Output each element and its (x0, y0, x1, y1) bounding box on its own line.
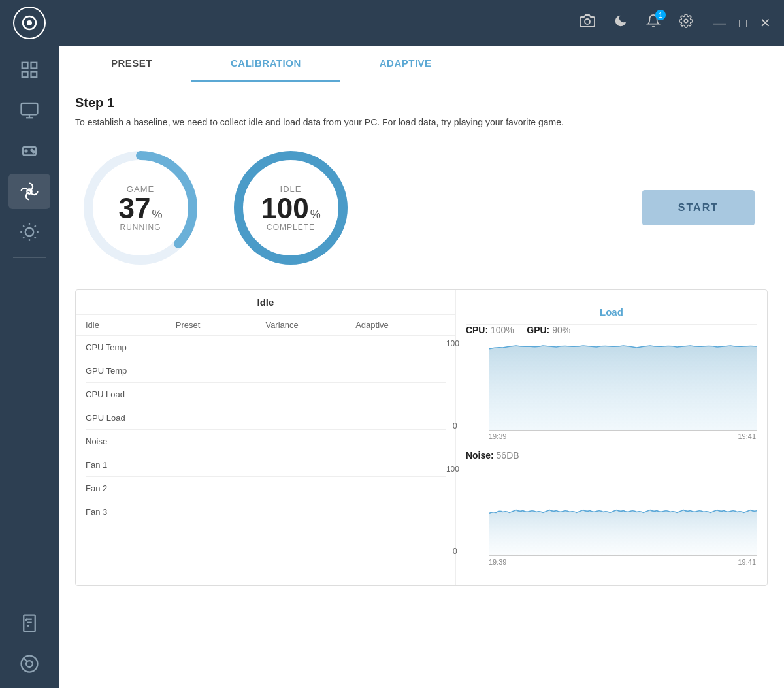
chart2-x-labels: 19:39 19:41 (466, 558, 757, 566)
sidebar-item-brightness[interactable] (8, 214, 50, 250)
svg-point-3 (684, 19, 688, 23)
row-fan3: Fan 3 (86, 500, 446, 523)
data-section: Idle Idle Preset Variance Adaptive CPU T… (75, 289, 768, 586)
svg-line-23 (23, 237, 24, 238)
title-bar: 1 — □ ✕ (0, 0, 784, 46)
svg-point-14 (33, 151, 35, 153)
noise-chart-block: Noise: 56DB 100 (466, 450, 757, 566)
row-cpu-temp: CPU Temp (86, 336, 446, 359)
title-bar-icons: 1 (580, 13, 693, 33)
content-body: Step 1 To establish a baseline, we need … (59, 82, 784, 688)
svg-point-1 (27, 20, 32, 25)
chart1-x-labels: 19:39 19:41 (466, 433, 757, 440)
col-idle: Idle (86, 320, 176, 330)
cpu-gpu-chart (489, 339, 757, 431)
chart2-y-max: 100 (446, 465, 459, 474)
row-gpu-load: GPU Load (86, 406, 446, 430)
gear-icon[interactable] (679, 14, 693, 32)
data-rows: CPU Temp GPU Temp CPU Load GPU Load Nois… (76, 336, 455, 523)
start-button[interactable]: START (642, 190, 755, 225)
data-section-inner: Idle Idle Preset Variance Adaptive CPU T… (76, 290, 767, 585)
cpu-gpu-chart-block: CPU: 100% GPU: 90% 100 (466, 325, 757, 440)
game-circle-status: RUNNING (119, 223, 163, 232)
chart2-y-min: 0 (453, 547, 457, 556)
svg-rect-4 (22, 63, 28, 69)
column-headers: Idle Preset Variance Adaptive (76, 315, 455, 336)
row-fan2: Fan 2 (86, 477, 446, 500)
row-fan1: Fan 1 (86, 453, 446, 477)
sidebar-item-disk[interactable] (8, 646, 50, 681)
col-preset: Preset (176, 320, 266, 330)
notification-badge: 1 (655, 10, 666, 20)
idle-table-header: Idle (76, 290, 455, 315)
col-adaptive: Adaptive (355, 320, 446, 330)
svg-line-19 (23, 225, 24, 227)
content-panel: PRESET CALIBRATION ADAPTIVE Step 1 To es… (59, 46, 784, 688)
sidebar-item-gamepad[interactable] (8, 133, 50, 169)
maximize-button[interactable]: □ (739, 16, 747, 31)
sidebar (0, 46, 59, 688)
svg-point-16 (25, 228, 34, 237)
game-circle-value: 37% (119, 194, 163, 223)
bell-icon[interactable]: 1 (646, 14, 661, 32)
game-circle-text: GAME 37% RUNNING (119, 184, 163, 232)
app-window: 1 — □ ✕ (0, 0, 784, 688)
row-gpu-temp: GPU Temp (86, 359, 446, 383)
svg-rect-25 (24, 615, 35, 632)
camera-icon[interactable] (580, 13, 595, 33)
svg-rect-7 (31, 72, 37, 78)
idle-circle-text: IDLE 100% COMPLETE (261, 184, 320, 232)
sidebar-item-fan[interactable] (8, 174, 50, 209)
close-button[interactable]: ✕ (760, 15, 771, 31)
step-description: To establish a baseline, we need to coll… (75, 116, 598, 129)
chart1-y-max: 100 (446, 339, 459, 348)
chart1-y-min: 0 (453, 421, 457, 431)
row-cpu-load: CPU Load (86, 383, 446, 406)
tab-adaptive[interactable]: ADAPTIVE (340, 46, 471, 82)
idle-circle: IDLE 100% COMPLETE (225, 142, 356, 273)
load-header: Load (466, 300, 757, 325)
row-noise: Noise (86, 430, 446, 453)
idle-table-panel: Idle Idle Preset Variance Adaptive CPU T… (76, 290, 456, 585)
sidebar-item-dashboard[interactable] (8, 52, 50, 88)
svg-rect-5 (31, 63, 37, 69)
noise-chart-title: Noise: 56DB (466, 450, 757, 461)
step-title: Step 1 (75, 95, 768, 110)
tab-calibration[interactable]: CALIBRATION (191, 46, 340, 82)
svg-point-2 (585, 19, 590, 24)
cpu-gpu-chart-title: CPU: 100% GPU: 90% (466, 325, 757, 335)
noise-chart (489, 465, 757, 556)
col-variance: Variance (265, 320, 355, 330)
circles-section: GAME 37% RUNNING (75, 142, 768, 273)
window-controls: — □ ✕ (713, 15, 771, 31)
moon-icon[interactable] (613, 14, 628, 32)
start-button-container: START (642, 190, 768, 225)
svg-line-31 (24, 658, 27, 661)
svg-rect-8 (22, 103, 38, 115)
tab-preset[interactable]: PRESET (72, 46, 191, 82)
idle-circle-value: 100% (261, 194, 320, 223)
svg-line-20 (35, 237, 36, 238)
game-circle: GAME 37% RUNNING (75, 142, 206, 273)
charts-panel: Load CPU: 100% GPU: 90% (456, 290, 767, 585)
sidebar-item-monitor[interactable] (8, 93, 50, 128)
app-logo[interactable] (13, 7, 46, 39)
sidebar-item-tasks[interactable] (8, 606, 50, 641)
main-area: PRESET CALIBRATION ADAPTIVE Step 1 To es… (0, 46, 784, 688)
svg-point-30 (26, 661, 33, 667)
svg-line-24 (35, 225, 36, 227)
tab-bar: PRESET CALIBRATION ADAPTIVE (59, 46, 784, 82)
minimize-button[interactable]: — (713, 16, 726, 31)
svg-rect-6 (22, 72, 28, 78)
idle-circle-status: COMPLETE (261, 223, 320, 232)
